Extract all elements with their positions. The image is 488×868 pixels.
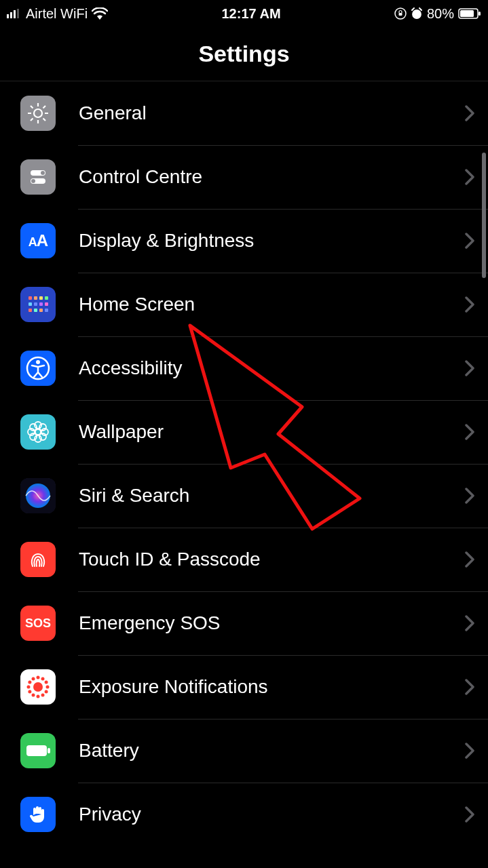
exposure-icon — [20, 669, 56, 705]
svg-rect-2 — [14, 10, 16, 18]
siri-icon — [20, 478, 56, 513]
settings-row-battery[interactable]: Battery — [0, 719, 488, 783]
settings-row-general[interactable]: General — [0, 81, 488, 145]
svg-point-43 — [46, 686, 50, 689]
svg-rect-0 — [7, 14, 9, 18]
chevron-right-icon — [465, 551, 474, 568]
svg-point-16 — [31, 179, 35, 183]
svg-point-54 — [45, 681, 48, 684]
chevron-right-icon — [465, 169, 474, 185]
accessibility-icon — [20, 351, 56, 386]
row-label: General — [79, 102, 465, 124]
chevron-right-icon — [465, 615, 474, 631]
svg-point-51 — [32, 677, 35, 680]
row-label: Privacy — [79, 804, 465, 825]
fingerprint-icon — [20, 542, 56, 577]
svg-rect-22 — [34, 302, 37, 306]
battery-percent: 80% — [427, 6, 454, 22]
svg-rect-25 — [29, 309, 32, 312]
svg-rect-10 — [460, 10, 474, 17]
status-right: 80% — [394, 6, 481, 22]
sos-icon: SOS — [20, 606, 56, 641]
chevron-right-icon — [465, 233, 474, 249]
grid-icon — [20, 287, 56, 322]
svg-rect-21 — [29, 302, 32, 306]
chevron-right-icon — [465, 105, 474, 121]
row-label: Battery — [79, 740, 465, 762]
row-label: Siri & Search — [79, 485, 465, 507]
row-label: Exposure Notifications — [79, 676, 465, 698]
signal-icon — [7, 9, 22, 18]
flower-icon — [20, 414, 56, 450]
alarm-icon — [411, 7, 423, 20]
svg-line-7 — [412, 8, 414, 10]
battery-icon — [20, 733, 56, 768]
battery-icon — [458, 8, 481, 19]
svg-point-30 — [36, 360, 40, 364]
svg-point-14 — [41, 171, 45, 175]
chevron-right-icon — [465, 360, 474, 376]
status-left: Airtel WiFi — [7, 6, 108, 22]
svg-point-12 — [34, 109, 42, 117]
svg-rect-3 — [17, 9, 19, 18]
svg-rect-23 — [39, 302, 43, 306]
svg-rect-24 — [45, 302, 48, 306]
switches-icon — [20, 159, 56, 195]
chevron-right-icon — [465, 488, 474, 504]
svg-rect-17 — [29, 296, 32, 300]
svg-rect-11 — [478, 12, 481, 16]
svg-rect-56 — [48, 748, 50, 753]
svg-rect-27 — [39, 309, 43, 312]
settings-row-emergency-sos[interactable]: SOSEmergency SOS — [0, 591, 488, 655]
settings-row-privacy[interactable]: Privacy — [0, 783, 488, 846]
chevron-right-icon — [465, 743, 474, 759]
chevron-right-icon — [465, 424, 474, 440]
svg-point-49 — [27, 686, 31, 689]
svg-rect-5 — [398, 13, 402, 16]
svg-rect-55 — [26, 745, 47, 756]
gear-icon — [20, 96, 56, 131]
rotation-lock-icon — [394, 7, 407, 20]
row-label: Touch ID & Passcode — [79, 549, 465, 570]
svg-point-31 — [35, 429, 41, 435]
row-label: Control Centre — [79, 166, 465, 188]
aa-icon: AA — [20, 223, 56, 258]
hand-icon — [20, 797, 56, 832]
chevron-right-icon — [465, 296, 474, 313]
svg-rect-19 — [39, 296, 43, 300]
svg-rect-28 — [45, 309, 48, 312]
settings-row-display-brightness[interactable]: AADisplay & Brightness — [0, 209, 488, 273]
row-label: Home Screen — [79, 294, 465, 315]
row-label: Emergency SOS — [79, 612, 465, 634]
svg-point-44 — [45, 690, 48, 694]
row-label: Display & Brightness — [79, 230, 465, 252]
settings-row-touch-id-passcode[interactable]: Touch ID & Passcode — [0, 528, 488, 591]
carrier-label: Airtel WiFi — [26, 6, 88, 22]
settings-row-home-screen[interactable]: Home Screen — [0, 273, 488, 336]
settings-row-control-centre[interactable]: Control Centre — [0, 145, 488, 209]
svg-point-46 — [37, 695, 40, 698]
svg-point-48 — [28, 690, 31, 694]
settings-list: GeneralControl CentreAADisplay & Brightn… — [0, 81, 488, 846]
status-time: 12:17 AM — [222, 6, 281, 22]
svg-rect-1 — [10, 12, 12, 18]
scrollbar-thumb[interactable] — [482, 153, 486, 278]
settings-row-accessibility[interactable]: Accessibility — [0, 336, 488, 400]
status-bar: Airtel WiFi 12:17 AM 80% — [0, 0, 488, 27]
svg-point-6 — [413, 10, 421, 18]
svg-rect-18 — [34, 296, 37, 300]
row-label: Wallpaper — [79, 421, 465, 443]
wifi-icon — [92, 7, 108, 20]
settings-row-siri-search[interactable]: Siri & Search — [0, 464, 488, 528]
svg-rect-26 — [34, 309, 37, 312]
chevron-right-icon — [465, 806, 474, 823]
svg-point-45 — [41, 694, 45, 697]
settings-row-exposure-notifications[interactable]: Exposure Notifications — [0, 655, 488, 719]
settings-row-wallpaper[interactable]: Wallpaper — [0, 400, 488, 464]
page-title: Settings — [198, 41, 289, 67]
chevron-right-icon — [465, 679, 474, 695]
svg-line-8 — [419, 8, 421, 10]
row-label: Accessibility — [79, 357, 465, 379]
svg-point-52 — [37, 676, 40, 679]
svg-point-42 — [33, 682, 43, 692]
